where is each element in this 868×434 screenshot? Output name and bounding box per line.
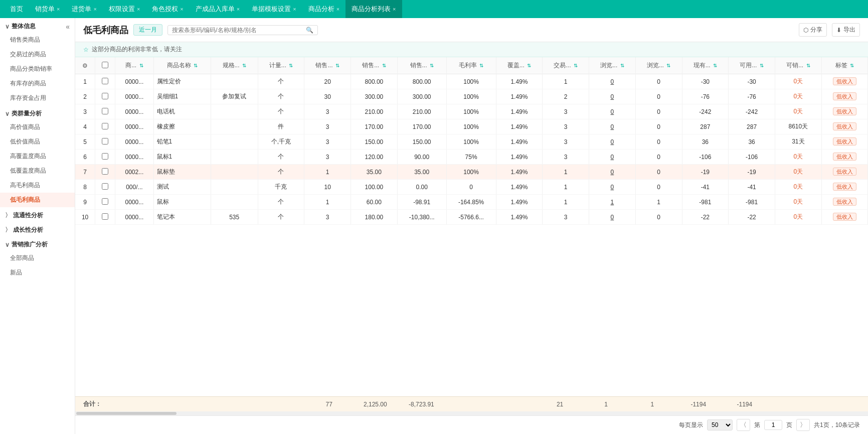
col-settings[interactable]: ⚙ (75, 57, 95, 74)
row-checkbox[interactable] (95, 180, 115, 195)
row-checkbox[interactable] (95, 195, 115, 210)
sidebar-group-marketing[interactable]: ∨ 营销推广分析 (0, 236, 75, 251)
col-coverage[interactable]: 覆盖... ⇅ (496, 57, 543, 74)
row-tag[interactable]: 低收入 (821, 165, 867, 180)
row-tag[interactable]: 低收入 (821, 134, 867, 150)
nav-close-sales-order[interactable]: × (57, 6, 60, 12)
nav-permission-settings[interactable]: 权限设置 × (103, 0, 146, 18)
sidebar-item-high-coverage[interactable]: 高覆盖度商品 (0, 149, 75, 164)
share-button[interactable]: ⬡ 分享 (799, 23, 827, 37)
sidebar-item-category-sales-rate[interactable]: 商品分类助销率 (0, 62, 75, 76)
row-view1[interactable]: 0 (589, 150, 636, 165)
row-view1[interactable]: 0 (589, 134, 636, 150)
nav-product-inbound[interactable]: 产成品入库单 × (190, 0, 246, 18)
row-view1[interactable]: 1 (589, 195, 636, 210)
row-view1[interactable]: 0 (589, 104, 636, 119)
row-checkbox[interactable] (95, 165, 115, 180)
row-tag[interactable]: 低收入 (821, 150, 867, 165)
sidebar-item-low-margin[interactable]: 低毛利商品 (0, 193, 75, 207)
row-tag[interactable]: 低收入 (821, 74, 867, 89)
row-tag[interactable]: 低收入 (821, 210, 867, 225)
col-available[interactable]: 可用... ⇅ (729, 57, 775, 74)
row-view1[interactable]: 0 (589, 89, 636, 104)
sidebar-item-low-value[interactable]: 低价值商品 (0, 134, 75, 149)
row-select-checkbox[interactable] (102, 78, 108, 84)
sidebar-item-high-margin[interactable]: 高毛利商品 (0, 178, 75, 193)
row-checkbox[interactable] (95, 104, 115, 119)
sidebar-item-low-coverage[interactable]: 低覆盖度商品 (0, 164, 75, 178)
row-select-checkbox[interactable] (102, 183, 108, 190)
col-current[interactable]: 现有... ⇅ (682, 57, 729, 74)
per-page-select[interactable]: 50 100 200 (707, 419, 733, 430)
row-view1[interactable]: 0 (589, 74, 636, 89)
nav-home[interactable]: 首页 (4, 0, 29, 18)
row-select-checkbox[interactable] (102, 198, 108, 205)
nav-close-purchase-order[interactable]: × (93, 6, 96, 12)
row-checkbox[interactable] (95, 89, 115, 104)
sidebar-group-overall[interactable]: ∨ 整体信息 « (0, 18, 75, 33)
row-checkbox[interactable] (95, 74, 115, 89)
nav-close-product-analysis[interactable]: × (336, 6, 339, 12)
sidebar-item-inventory-capital[interactable]: 库存资金占用 (0, 91, 75, 105)
sidebar-item-high-value[interactable]: 高价值商品 (0, 120, 75, 134)
row-select-checkbox[interactable] (102, 153, 108, 160)
row-select-checkbox[interactable] (102, 93, 108, 99)
col-spec[interactable]: 规格... ⇅ (211, 57, 258, 74)
prev-page-button[interactable]: 〈 (737, 419, 750, 431)
col-code[interactable]: 商... ⇅ (115, 57, 153, 74)
nav-close-product-analysis-list[interactable]: × (393, 6, 396, 12)
col-trans[interactable]: 交易... ⇅ (543, 57, 589, 74)
sidebar-item-traded-goods[interactable]: 交易过的商品 (0, 47, 75, 62)
row-view1[interactable]: 0 (589, 119, 636, 134)
horizontal-scrollbar[interactable] (75, 411, 868, 415)
search-icon[interactable]: 🔍 (306, 27, 313, 34)
sidebar-group-cluster[interactable]: ∨ 类群量分析 (0, 105, 75, 120)
col-checkbox[interactable] (95, 57, 115, 74)
nav-role-auth[interactable]: 角色授权 × (146, 0, 189, 18)
row-view1[interactable]: 0 (589, 210, 636, 225)
col-sales-qty[interactable]: 销售... ⇅ (304, 57, 351, 74)
row-view1[interactable]: 0 (589, 180, 636, 195)
col-view2[interactable]: 浏览... ⇅ (635, 57, 682, 74)
nav-product-analysis-list[interactable]: 商品分析列表 × (345, 0, 402, 18)
nav-template-settings[interactable]: 单据模板设置 × (246, 0, 302, 18)
row-checkbox[interactable] (95, 150, 115, 165)
row-tag[interactable]: 低收入 (821, 195, 867, 210)
row-tag[interactable]: 低收入 (821, 180, 867, 195)
col-sellable[interactable]: 可销... ⇅ (775, 57, 821, 74)
col-sales-price[interactable]: 销售... ⇅ (351, 57, 398, 74)
nav-purchase-order[interactable]: 进货单 × (66, 0, 102, 18)
nav-sales-order[interactable]: 销货单 × (29, 0, 66, 18)
row-view1[interactable]: 0 (589, 165, 636, 180)
nav-close-role-auth[interactable]: × (180, 6, 183, 12)
sidebar-group-growth[interactable]: 〉 成长性分析 (0, 222, 75, 236)
sidebar-group-liquidity[interactable]: 〉 流通性分析 (0, 207, 75, 222)
row-checkbox[interactable] (95, 210, 115, 225)
col-sales-amount[interactable]: 销售... ⇅ (397, 57, 446, 74)
search-input[interactable] (172, 27, 306, 34)
col-gross-rate[interactable]: 毛利率 ⇅ (446, 57, 496, 74)
col-view1[interactable]: 浏览... ⇅ (589, 57, 636, 74)
sidebar-item-in-stock-goods[interactable]: 有库存的商品 (0, 76, 75, 91)
col-unit[interactable]: 计量... ⇅ (258, 57, 304, 74)
filter-recent-month-button[interactable]: 近一月 (133, 24, 162, 36)
col-tag[interactable]: 标签 ⇅ (821, 57, 867, 74)
sidebar-collapse-btn[interactable]: « (66, 23, 70, 31)
row-select-checkbox[interactable] (102, 123, 108, 129)
row-tag[interactable]: 低收入 (821, 89, 867, 104)
scroll-thumb[interactable] (76, 412, 177, 415)
row-checkbox[interactable] (95, 119, 115, 134)
nav-product-analysis[interactable]: 商品分析 × (302, 0, 345, 18)
export-button[interactable]: ⬇ 导出 (832, 23, 860, 37)
nav-close-product-inbound[interactable]: × (237, 6, 240, 12)
row-select-checkbox[interactable] (102, 138, 108, 144)
row-select-checkbox[interactable] (102, 108, 108, 114)
table-container[interactable]: ⚙ 商... ⇅ 商品名称 ⇅ 规格... ⇅ 计量... ⇅ 销售... ⇅ … (75, 57, 868, 396)
page-number-input[interactable] (764, 420, 782, 430)
row-tag[interactable]: 低收入 (821, 119, 867, 134)
row-tag[interactable]: 低收入 (821, 104, 867, 119)
sidebar-item-all-goods[interactable]: 全部商品 (0, 251, 75, 265)
select-all-checkbox[interactable] (102, 62, 108, 68)
col-name[interactable]: 商品名称 ⇅ (153, 57, 211, 74)
sidebar-item-new-goods[interactable]: 新品 (0, 265, 75, 280)
